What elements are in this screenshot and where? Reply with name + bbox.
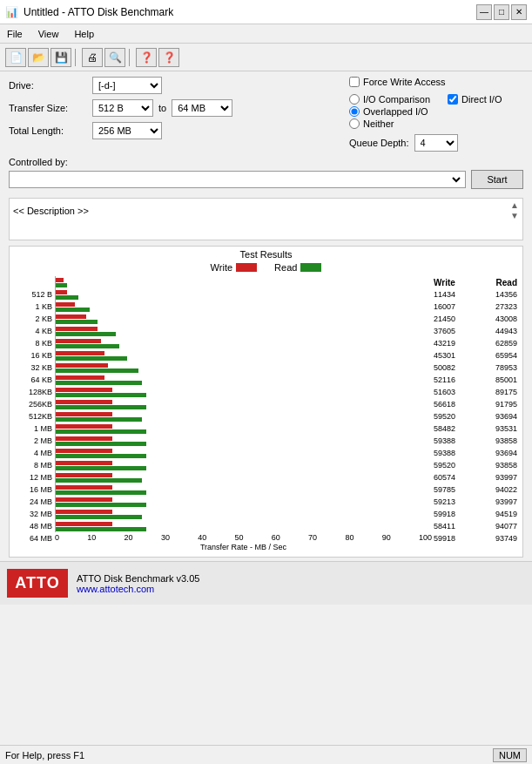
- description-label: << Description >>: [13, 206, 89, 216]
- label-header-spacer: [13, 276, 55, 288]
- overlapped-io-radio[interactable]: [349, 106, 360, 117]
- read-header: Read: [496, 278, 517, 287]
- row-label: 4 KB: [13, 325, 55, 337]
- read-bar: [56, 320, 98, 324]
- row-label: 24 MB: [13, 496, 55, 508]
- drive-select[interactable]: [-d-]: [92, 77, 162, 94]
- scroll-up-icon[interactable]: ▲: [510, 200, 519, 210]
- toolbar-print[interactable]: 🖨: [82, 48, 103, 67]
- write-bar: [56, 302, 75, 307]
- transfer-label: Transfer Size:: [9, 103, 87, 113]
- io-comparison-radio[interactable]: [349, 94, 360, 105]
- description-header[interactable]: << Description >> ▲ ▼: [10, 199, 522, 222]
- controlled-dropdown[interactable]: [11, 171, 463, 188]
- menu-view[interactable]: View: [35, 28, 63, 40]
- close-button[interactable]: ✕: [511, 4, 527, 20]
- toolbar-help2[interactable]: ❓: [158, 48, 179, 67]
- io-comparison-row: I/O Comparison: [349, 94, 430, 105]
- row-label: 64 KB: [13, 374, 55, 386]
- read-bar: [56, 368, 138, 373]
- read-bar: [56, 503, 146, 507]
- maximize-button[interactable]: □: [494, 4, 509, 20]
- direct-io-label: Direct I/O: [461, 94, 502, 105]
- toolbar-save[interactable]: 💾: [51, 48, 71, 67]
- toolbar-help1[interactable]: ❓: [136, 48, 157, 67]
- queue-depth-select[interactable]: 4: [414, 134, 458, 152]
- bar-row: [56, 508, 432, 520]
- read-val: 65954: [495, 351, 517, 360]
- description-scroll[interactable]: ▲ ▼: [510, 200, 519, 220]
- write-bar: [56, 375, 104, 380]
- toolbar-find[interactable]: 🔍: [104, 48, 125, 67]
- read-val: 89175: [495, 388, 517, 396]
- read-bar: [56, 429, 146, 434]
- row-label: 1 KB: [13, 301, 55, 313]
- write-bar: [56, 363, 108, 368]
- title-bar: 📊 Untitled - ATTO Disk Benchmark — □ ✕: [0, 0, 532, 24]
- value-row: 5938893858: [432, 435, 519, 447]
- right-controls: Force Write Access I/O Comparison Overla…: [349, 77, 523, 152]
- atto-logo: ATTO: [7, 569, 68, 598]
- x-axis-label: 100: [419, 533, 432, 542]
- read-bar: [56, 405, 146, 409]
- chart-area: 512 B1 KB2 KB4 KB8 KB16 KB32 KB64 KB128K…: [10, 274, 522, 557]
- direct-io-checkbox[interactable]: [448, 94, 458, 105]
- menu-file[interactable]: File: [3, 28, 26, 40]
- write-header: Write: [434, 278, 455, 287]
- value-row: 4530165954: [432, 349, 519, 362]
- read-val: 43008: [495, 314, 517, 323]
- neither-radio[interactable]: [349, 118, 360, 129]
- read-bar: [56, 490, 146, 495]
- read-bar: [56, 393, 146, 397]
- toolbar: 📄 📂 💾 🖨 🔍 ❓ ❓: [0, 44, 532, 71]
- neither-row: Neither: [349, 118, 430, 129]
- menu-help[interactable]: Help: [71, 28, 98, 40]
- read-val: 93694: [495, 449, 517, 457]
- bar-row: [56, 301, 432, 313]
- write-val: 58411: [434, 522, 455, 531]
- title-bar-buttons: — □ ✕: [476, 4, 527, 20]
- drive-row: Drive: [-d-]: [9, 77, 340, 94]
- chart-values: WriteRead1143414356160072732321450430083…: [432, 276, 519, 553]
- read-val: 94077: [495, 522, 517, 531]
- minimize-button[interactable]: —: [476, 4, 492, 20]
- total-select[interactable]: 256 MB: [92, 122, 162, 139]
- bar-row: [56, 483, 432, 496]
- read-bar: [56, 527, 146, 531]
- row-label: 2 MB: [13, 435, 55, 447]
- value-row: 5841194077: [432, 520, 519, 532]
- row-label: 4 MB: [13, 447, 55, 459]
- transfer-from-select[interactable]: 512 B: [92, 99, 153, 117]
- x-axis-label: 50: [234, 533, 243, 542]
- total-label: Total Length:: [9, 125, 87, 136]
- overlapped-io-row: Overlapped I/O: [349, 106, 430, 117]
- num-lock-badge: NUM: [493, 748, 527, 762]
- app-icon: 📊: [5, 6, 18, 18]
- value-row: 5991893749: [432, 532, 519, 544]
- toolbar-open[interactable]: 📂: [28, 48, 49, 67]
- bar-row: [56, 313, 432, 325]
- write-val: 37605: [434, 327, 455, 335]
- write-val: 59213: [434, 497, 455, 506]
- transfer-to-select[interactable]: 64 MB: [172, 99, 232, 117]
- row-label: 16 MB: [13, 483, 55, 496]
- controlled-row: Start: [9, 170, 523, 189]
- scroll-down-icon[interactable]: ▼: [510, 211, 519, 220]
- row-label: 64 MB: [13, 532, 55, 544]
- toolbar-new[interactable]: 📄: [5, 48, 26, 67]
- read-bar: [56, 381, 142, 385]
- force-write-checkbox[interactable]: [349, 77, 360, 87]
- status-bar: For Help, press F1 NUM: [0, 745, 532, 764]
- x-axis-label: 90: [382, 533, 391, 542]
- bar-row: [56, 374, 432, 386]
- read-val: 14356: [495, 290, 517, 299]
- write-val: 21450: [434, 314, 455, 323]
- start-button[interactable]: Start: [471, 170, 523, 189]
- write-bar: [56, 424, 112, 429]
- write-val: 59520: [434, 461, 455, 470]
- bar-row: [56, 410, 432, 423]
- write-bar: [56, 510, 112, 514]
- write-val: 16007: [434, 302, 455, 311]
- read-val: 93997: [495, 473, 517, 482]
- chart-title: Test Results: [10, 247, 522, 260]
